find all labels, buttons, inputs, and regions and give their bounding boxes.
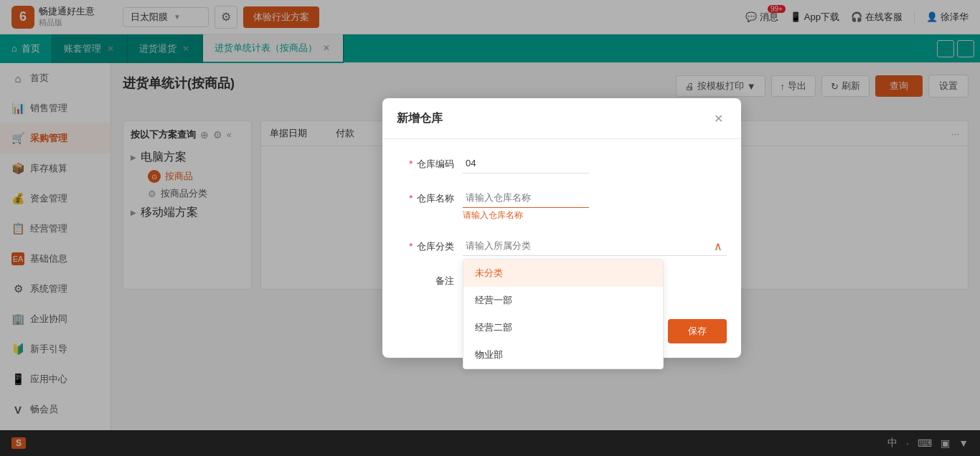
code-label: * 仓库编码 xyxy=(397,153,454,171)
form-row-category: * 仓库分类 ∧ 未分类 经营一部 经营二部 物业部 xyxy=(397,236,727,256)
category-input[interactable] xyxy=(463,236,727,256)
code-input[interactable] xyxy=(463,153,589,174)
name-label: * 仓库名称 xyxy=(397,188,454,205)
name-input[interactable] xyxy=(463,188,589,208)
name-error-msg: 请输入仓库名称 xyxy=(463,209,727,222)
modal-header: 新增仓库 ✕ xyxy=(382,98,741,139)
save-button[interactable]: 保存 xyxy=(668,319,727,343)
dropdown-item-dept1[interactable]: 经营一部 xyxy=(463,287,663,314)
form-row-name: * 仓库名称 请输入仓库名称 xyxy=(397,188,727,222)
category-label: * 仓库分类 xyxy=(397,236,454,253)
form-row-code: * 仓库编码 xyxy=(397,153,727,174)
code-field xyxy=(463,153,727,174)
dropdown-item-uncategorized[interactable]: 未分类 xyxy=(463,260,663,287)
new-warehouse-modal: 新增仓库 ✕ * 仓库编码 * 仓库名称 请输入仓库名称 xyxy=(382,98,741,358)
dropdown-item-dept3[interactable]: 物业部 xyxy=(463,341,663,369)
modal-close-button[interactable]: ✕ xyxy=(710,110,727,127)
modal-title: 新增仓库 xyxy=(397,111,443,126)
dropdown-item-dept2[interactable]: 经营二部 xyxy=(463,314,663,341)
category-select-field: ∧ 未分类 经营一部 经营二部 物业部 xyxy=(463,236,727,256)
category-dropdown: 未分类 经营一部 经营二部 物业部 xyxy=(463,259,664,369)
modal-body: * 仓库编码 * 仓库名称 请输入仓库名称 * 仓库分类 xyxy=(382,139,741,312)
chevron-up-icon[interactable]: ∧ xyxy=(714,239,722,253)
name-field: 请输入仓库名称 xyxy=(463,188,727,222)
notes-label: 备注 xyxy=(397,270,454,288)
